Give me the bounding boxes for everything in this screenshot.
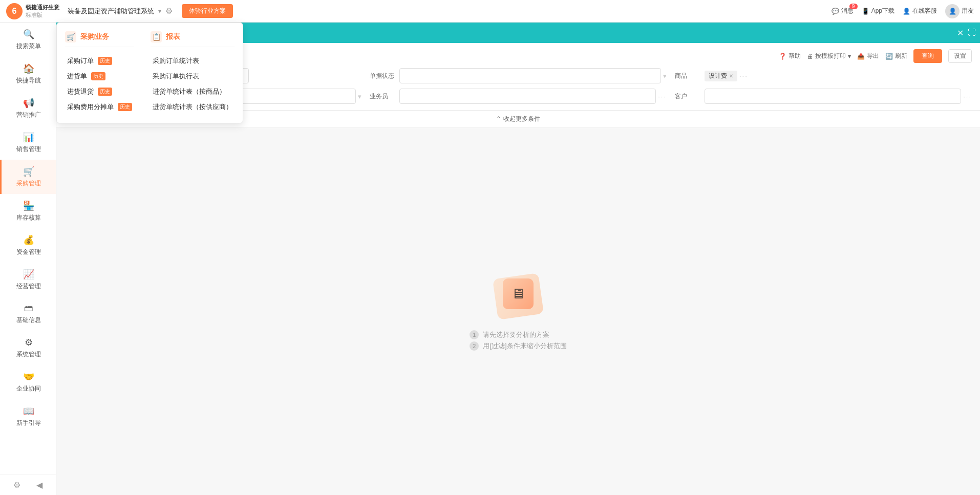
print-dropdown-icon: ▾ <box>848 53 851 60</box>
avatar: 👤 <box>945 4 960 18</box>
dropdown-goods-receipt[interactable]: 进货单 历史 <box>65 69 134 84</box>
logo-area: 6 畅捷通好生意 标准版 <box>6 3 62 19</box>
filter-customer: 客户 ··· <box>675 89 972 104</box>
empty-hint-1: 1 请先选择要分析的方案 <box>470 330 566 339</box>
report-section-icon: 📋 <box>151 31 162 42</box>
goods-tag-close[interactable]: ✕ <box>729 73 733 79</box>
dropdown-purchase-expense[interactable]: 采购费用分摊单 历史 <box>65 99 134 115</box>
app-download-btn[interactable]: 📱 App下载 <box>862 7 894 15</box>
dropdown-purchase-order[interactable]: 采购订单 历史 <box>65 53 134 69</box>
settings-btn[interactable]: 设置 <box>948 49 972 63</box>
messages-btn[interactable]: 💬 消息 9 <box>832 7 854 15</box>
rank-dropdown-icon[interactable]: ▾ <box>358 93 361 100</box>
online-service-btn[interactable]: 👤 在线客服 <box>903 7 937 15</box>
purchase-section-icon: 🛒 <box>65 31 76 42</box>
help-btn[interactable]: ❓ 帮助 <box>779 52 801 60</box>
purchase-icon: 🛒 <box>23 166 34 177</box>
print-btn[interactable]: 🖨 按模板打印 ▾ <box>807 52 851 60</box>
collapse-up-icon: ⌃ <box>496 115 501 122</box>
bill-status-dropdown-icon[interactable]: ▾ <box>663 72 667 80</box>
guide-icon: 📖 <box>23 405 34 417</box>
sidebar-item-inventory[interactable]: 🏪 库存核算 <box>0 194 56 228</box>
empty-hints: 1 请先选择要分析的方案 2 用[过滤]条件来缩小分析范围 <box>470 330 566 353</box>
help-icon: ❓ <box>779 53 786 60</box>
goods-label: 商品 <box>675 72 700 80</box>
sidebar-item-marketing[interactable]: 📢 营销推广 <box>0 91 56 125</box>
sidebar-collapse-icon[interactable]: ◀ <box>36 480 42 490</box>
logo-text: 畅捷通好生意 标准版 <box>26 4 59 18</box>
filter-bill-status: 单据状态 ▾ <box>370 68 667 83</box>
operations-icon: 📈 <box>23 269 34 280</box>
sidebar-settings-icon[interactable]: ⚙ <box>13 480 20 490</box>
customer-more-dots[interactable]: ··· <box>963 93 972 100</box>
print-icon: 🖨 <box>807 53 813 60</box>
sidebar-item-basic-info[interactable]: 🗃 基础信息 <box>0 297 56 331</box>
sidebar-item-finance[interactable]: 💰 资金管理 <box>0 228 56 263</box>
messages-badge: 9 <box>849 4 858 9</box>
topbar: 6 畅捷通好生意 标准版 装备及固定资产辅助管理系统 ▾ ⚙ 体验行业方案 💬 … <box>0 0 980 23</box>
inventory-icon: 🏪 <box>23 200 34 211</box>
export-btn[interactable]: 📤 导出 <box>857 52 879 60</box>
sidebar-item-sales[interactable]: 📊 销售管理 <box>0 125 56 160</box>
tab-bar-right: ✕ ⛶ <box>957 28 976 38</box>
empty-state: 🖥 1 请先选择要分析的方案 2 用[过滤]条件来缩小分析范围 <box>56 128 980 495</box>
query-btn[interactable]: 查询 <box>913 49 942 63</box>
purchase-section-title: 🛒 采购业务 <box>65 31 134 47</box>
dropdown-goods-return[interactable]: 进货退货 历史 <box>65 84 134 99</box>
tab-expand-btn[interactable]: ⛶ <box>968 28 976 37</box>
sidebar-item-system[interactable]: ⚙ 系统管理 <box>0 331 56 365</box>
user-avatar[interactable]: 👤 用友 <box>945 4 974 18</box>
customer-input[interactable] <box>705 89 961 104</box>
refresh-icon: 🔄 <box>885 53 893 60</box>
message-icon: 💬 <box>832 8 839 15</box>
sidebar-item-search[interactable]: 🔍 搜索菜单 <box>0 23 56 57</box>
search-icon: 🔍 <box>23 29 34 40</box>
bill-status-input[interactable] <box>399 68 661 83</box>
cooperation-icon: 🤝 <box>23 371 34 382</box>
settings-icon[interactable]: ⚙ <box>165 6 173 16</box>
salesperson-input[interactable] <box>399 89 656 104</box>
goods-tag: 设计费 ✕ <box>705 71 737 81</box>
dropdown-menu: 🛒 采购业务 采购订单 历史 进货单 历史 进货退货 历史 采购费用分摊单 历史… <box>56 23 243 123</box>
sidebar-item-quick-nav[interactable]: 🏠 快捷导航 <box>0 57 56 91</box>
salesperson-label: 业务员 <box>370 92 395 101</box>
sidebar-item-operations[interactable]: 📈 经营管理 <box>0 263 56 297</box>
purchase-section: 🛒 采购业务 采购订单 历史 进货单 历史 进货退货 历史 采购费用分摊单 历史 <box>65 31 134 115</box>
phone-icon: 📱 <box>862 8 869 15</box>
export-icon: 📤 <box>857 53 865 60</box>
refresh-btn[interactable]: 🔄 刷新 <box>885 52 907 60</box>
sidebar-bottom: ⚙ ◀ <box>0 475 56 495</box>
report-section: 📋 报表 采购订单统计表 采购订单执行表 进货单统计表（按商品） 进货单统计表（… <box>151 31 235 115</box>
hist-tag-3: 历史 <box>118 103 132 111</box>
topbar-title-area: 装备及固定资产辅助管理系统 ▾ ⚙ 体验行业方案 <box>68 4 832 18</box>
sidebar: 🔍 搜索菜单 🏠 快捷导航 📢 营销推广 📊 销售管理 🛒 采购管理 🏪 库存核… <box>0 23 56 495</box>
home-icon: 🏠 <box>23 63 34 74</box>
basic-info-icon: 🗃 <box>24 303 33 314</box>
finance-icon: 💰 <box>23 234 34 246</box>
system-title: 装备及固定资产辅助管理系统 <box>68 7 154 16</box>
hist-tag-2: 历史 <box>98 88 112 96</box>
filter-salesperson: 业务员 ··· <box>370 89 667 104</box>
bill-status-label: 单据状态 <box>370 72 395 80</box>
industry-btn[interactable]: 体验行业方案 <box>182 4 233 18</box>
hist-tag-1: 历史 <box>91 72 105 80</box>
dropdown-arrow-icon[interactable]: ▾ <box>158 8 161 15</box>
logo-icon: 6 <box>6 3 23 19</box>
sidebar-item-cooperation[interactable]: 🤝 企业协同 <box>0 365 56 399</box>
report-section-title: 📋 报表 <box>151 31 235 47</box>
salesperson-more-dots[interactable]: ··· <box>658 93 667 100</box>
sidebar-item-purchase[interactable]: 🛒 采购管理 <box>0 160 56 194</box>
system-icon: ⚙ <box>25 337 33 348</box>
empty-hint-2: 2 用[过滤]条件来缩小分析范围 <box>470 341 566 351</box>
dropdown-goods-receipt-stat-supplier[interactable]: 进货单统计表（按供应商） <box>151 99 235 115</box>
marketing-icon: 📢 <box>23 97 34 109</box>
goods-more-dots[interactable]: ··· <box>739 72 748 80</box>
hist-tag-0: 历史 <box>98 57 112 65</box>
service-icon: 👤 <box>903 8 910 15</box>
dropdown-purchase-order-stat[interactable]: 采购订单统计表 <box>151 53 235 69</box>
dropdown-goods-receipt-stat-goods[interactable]: 进货单统计表（按商品） <box>151 84 235 99</box>
dropdown-purchase-order-exec[interactable]: 采购订单执行表 <box>151 69 235 84</box>
tab-close-btn[interactable]: ✕ <box>957 28 964 38</box>
sidebar-item-guide[interactable]: 📖 新手引导 <box>0 399 56 434</box>
customer-label: 客户 <box>675 92 700 101</box>
